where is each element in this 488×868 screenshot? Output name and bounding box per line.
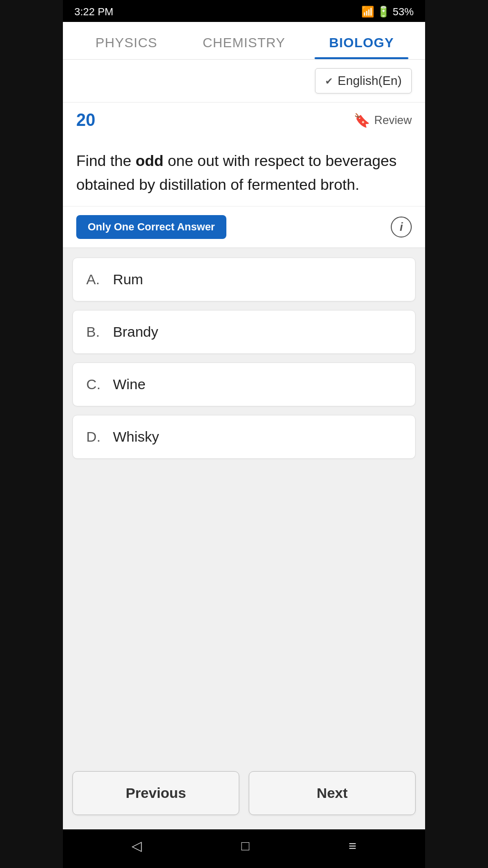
back-button[interactable] xyxy=(132,838,142,854)
language-label: English(En) xyxy=(338,73,402,88)
bookmark-icon: 🔖 xyxy=(354,113,370,128)
review-label: Review xyxy=(374,114,412,127)
tab-physics[interactable]: PHYSICS xyxy=(68,22,185,59)
option-a-text: Rum xyxy=(113,271,143,288)
answer-type-row: Only One Correct Answer i xyxy=(63,206,425,248)
option-c-label: C. xyxy=(86,376,103,393)
status-time: 3:22 PM xyxy=(74,6,113,18)
review-button[interactable]: 🔖 Review xyxy=(354,113,412,128)
chevron-icon: ✔ xyxy=(325,75,333,87)
tab-bar: PHYSICS CHEMISTRY BIOLOGY xyxy=(63,22,425,60)
option-b-label: B. xyxy=(86,324,103,340)
option-a-label: A. xyxy=(86,271,103,288)
signal-icon: 📶 xyxy=(361,6,374,18)
phone-frame: 3:22 PM 📶 🔋 53% PHYSICS CHEMISTRY BIOLOG… xyxy=(63,0,425,868)
language-bar: ✔ English(En) xyxy=(63,60,425,103)
app-content: PHYSICS CHEMISTRY BIOLOGY ✔ English(En) … xyxy=(63,22,425,829)
status-bar: 3:22 PM 📶 🔋 53% xyxy=(63,0,425,22)
question-area: Find the odd one out with respect to bev… xyxy=(63,135,425,206)
option-c[interactable]: C. Wine xyxy=(72,362,416,406)
info-icon[interactable]: i xyxy=(391,217,412,238)
android-nav-bar xyxy=(63,829,425,868)
option-d-text: Whisky xyxy=(113,429,159,445)
option-d[interactable]: D. Whisky xyxy=(72,415,416,459)
nav-buttons: Previous Next xyxy=(63,762,425,829)
option-b-text: Brandy xyxy=(113,324,158,340)
option-c-text: Wine xyxy=(113,376,145,393)
question-bold: odd xyxy=(136,152,164,169)
options-area: A. Rum B. Brandy C. Wine D. Whisky xyxy=(63,248,425,762)
option-d-label: D. xyxy=(86,429,103,445)
previous-button[interactable]: Previous xyxy=(72,771,239,815)
status-battery: 📶 🔋 53% xyxy=(361,6,414,18)
tab-biology[interactable]: BIOLOGY xyxy=(303,22,420,59)
answer-type-badge[interactable]: Only One Correct Answer xyxy=(76,215,226,239)
battery-percent: 53% xyxy=(393,6,414,18)
option-a[interactable]: A. Rum xyxy=(72,258,416,301)
question-text: Find the odd one out with respect to bev… xyxy=(76,149,412,196)
tab-chemistry[interactable]: CHEMISTRY xyxy=(185,22,303,59)
next-button[interactable]: Next xyxy=(249,771,416,815)
battery-icon: 🔋 xyxy=(377,6,390,18)
home-button[interactable] xyxy=(241,838,249,854)
recents-button[interactable] xyxy=(349,838,356,854)
language-dropdown[interactable]: ✔ English(En) xyxy=(315,68,412,93)
question-number: 20 xyxy=(76,110,95,130)
option-b[interactable]: B. Brandy xyxy=(72,310,416,354)
question-num-row: 20 🔖 Review xyxy=(63,103,425,135)
